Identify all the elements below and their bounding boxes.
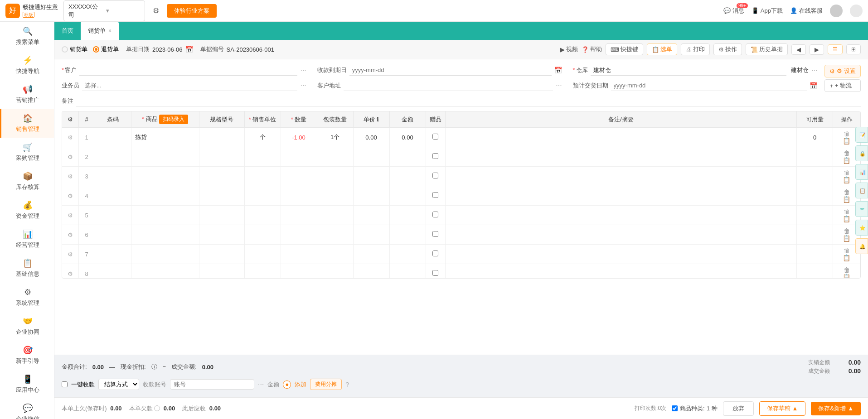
row-amount-4[interactable] (389, 206, 426, 225)
row-goods-4[interactable] (131, 206, 199, 225)
row-gear-1[interactable]: ⚙ (62, 147, 78, 167)
row-gear-3[interactable]: ⚙ (62, 186, 78, 206)
sidebar-item-operation[interactable]: 📊 经营管理 (0, 225, 54, 254)
notification-button[interactable]: 💬 消息 99+ (723, 7, 744, 15)
row-unit-5[interactable] (244, 225, 281, 245)
rfp-btn-2[interactable]: 🔒 (855, 145, 868, 161)
sidebar-item-basic[interactable]: 📋 基础信息 (0, 254, 54, 283)
row-delete-icon-2[interactable]: 🗑 (842, 169, 851, 176)
row-qty-0[interactable]: -1.00 (281, 128, 317, 147)
rfp-btn-1[interactable]: 📝 (855, 127, 868, 143)
row-price-2[interactable] (353, 167, 389, 186)
discount-info-icon[interactable]: ⓘ (151, 363, 157, 371)
sidebar-item-sales[interactable]: 🏠 销售管理 (0, 109, 54, 138)
tab-sales-order[interactable]: 销货单 × (81, 22, 119, 40)
list-view-button[interactable]: ☰ (828, 44, 843, 54)
row-unit-1[interactable] (244, 147, 281, 167)
row-gift-4[interactable] (426, 206, 445, 225)
rfp-btn-3[interactable]: 📊 (855, 164, 868, 180)
row-price-6[interactable] (353, 245, 389, 264)
row-delete-icon-4[interactable]: 🗑 (842, 208, 851, 215)
row-pkg-qty-7[interactable] (317, 264, 353, 279)
rfp-btn-7[interactable]: 🔔 (855, 238, 868, 254)
row-unit-2[interactable] (244, 167, 281, 186)
discard-button[interactable]: 放弃 (723, 401, 754, 416)
row-barcode-1[interactable] (95, 147, 131, 167)
rfp-btn-4[interactable]: 📋 (855, 183, 868, 198)
sidebar-item-inventory[interactable]: 📦 库存核算 (0, 167, 54, 196)
sidebar-item-wechat[interactable]: 💬 企业微信 (0, 399, 54, 419)
sidebar-item-finance[interactable]: 💰 资金管理 (0, 196, 54, 225)
row-copy-icon-2[interactable]: 📋 (841, 176, 852, 183)
experience-button[interactable]: 体验行业方案 (167, 4, 217, 18)
row-notes-7[interactable] (445, 264, 797, 279)
row-amount-7[interactable] (389, 264, 426, 279)
row-qty-5[interactable] (281, 225, 317, 245)
settlement-method-select[interactable]: 结算方式 (98, 379, 139, 390)
row-qty-1[interactable] (281, 147, 317, 167)
row-amount-6[interactable] (389, 245, 426, 264)
row-price-4[interactable] (353, 206, 389, 225)
customer-dots-icon[interactable]: ··· (300, 66, 306, 74)
row-qty-2[interactable] (281, 167, 317, 186)
row-copy-icon-6[interactable]: 📋 (841, 254, 852, 261)
tab-close-icon[interactable]: × (108, 28, 112, 34)
grid-view-button[interactable]: ⊞ (846, 44, 861, 54)
row-unit-3[interactable] (244, 186, 281, 206)
save-new-button[interactable]: 保存&新增 ▲ (811, 402, 861, 415)
row-amount-1[interactable] (389, 147, 426, 167)
company-settings-button[interactable]: ⚙ (149, 4, 163, 18)
row-pkg-qty-1[interactable] (317, 147, 353, 167)
row-copy-icon-5[interactable]: 📋 (841, 235, 852, 242)
row-gear-6[interactable]: ⚙ (62, 245, 78, 264)
one-click-pay-checkbox[interactable] (62, 381, 68, 387)
goods-type[interactable]: 商品种类: 1 种 (672, 405, 717, 413)
logistics-button[interactable]: + + 物流 (824, 79, 861, 92)
row-gift-0[interactable] (426, 128, 445, 147)
row-pkg-qty-2[interactable] (317, 167, 353, 186)
row-delete-icon-7[interactable]: 🗑 (842, 266, 851, 274)
rfp-btn-6[interactable]: ⭐ (855, 220, 868, 236)
account-input[interactable] (170, 379, 254, 390)
scan-barcode-button[interactable]: 扫码录入 (159, 115, 188, 124)
salesperson-dots-icon[interactable]: ··· (300, 82, 306, 90)
row-spec-7[interactable] (199, 264, 244, 279)
print-button[interactable]: 🖨 打印 (681, 43, 710, 55)
shortcut-button[interactable]: ⌨ 快捷键 (606, 43, 643, 55)
avatar[interactable] (830, 5, 843, 17)
operate-button[interactable]: ⚙ 操作 (713, 43, 742, 55)
row-gift-7[interactable] (426, 264, 445, 279)
save-draft-button[interactable]: 保存草稿 ▲ (759, 401, 806, 416)
salesperson-input[interactable] (82, 80, 297, 91)
warehouse-input[interactable] (591, 65, 786, 76)
row-notes-2[interactable] (445, 167, 797, 186)
row-spec-1[interactable] (199, 147, 244, 167)
row-amount-5[interactable] (389, 225, 426, 245)
sidebar-item-marketing[interactable]: 📢 营销推广 (0, 80, 54, 109)
row-pkg-qty-6[interactable] (317, 245, 353, 264)
row-spec-2[interactable] (199, 167, 244, 186)
row-goods-3[interactable] (131, 186, 199, 206)
row-notes-6[interactable] (445, 245, 797, 264)
row-copy-icon-3[interactable]: 📋 (841, 196, 852, 203)
row-delete-icon-0[interactable]: 🗑 (842, 130, 851, 137)
row-qty-3[interactable] (281, 186, 317, 206)
expected-delivery-input[interactable] (611, 80, 807, 91)
row-gear-5[interactable]: ⚙ (62, 225, 78, 245)
sidebar-item-purchase[interactable]: 🛒 采购管理 (0, 138, 54, 167)
app-download-button[interactable]: 📱 App下载 (752, 7, 783, 15)
row-spec-5[interactable] (199, 225, 244, 245)
row-goods-0[interactable]: 拣货 (131, 128, 199, 147)
th-gear[interactable]: ⚙ (62, 111, 78, 128)
goods-type-checkbox[interactable] (672, 405, 678, 411)
rfp-btn-5[interactable]: ✏ (855, 201, 868, 217)
add-payment-label[interactable]: 添加 (295, 380, 306, 389)
row-copy-icon-1[interactable]: 📋 (841, 157, 852, 164)
row-gift-6[interactable] (426, 245, 445, 264)
row-goods-6[interactable] (131, 245, 199, 264)
row-gear-2[interactable]: ⚙ (62, 167, 78, 186)
row-pkg-qty-3[interactable] (317, 186, 353, 206)
payment-due-input[interactable] (349, 65, 552, 76)
warehouse-dots-icon[interactable]: ··· (811, 66, 817, 74)
row-spec-6[interactable] (199, 245, 244, 264)
